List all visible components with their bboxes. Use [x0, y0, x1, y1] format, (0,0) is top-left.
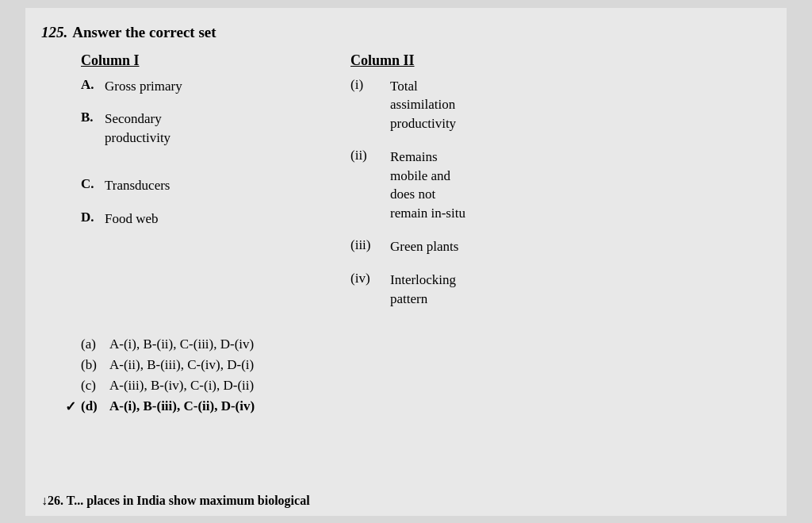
col1-text-D: Food web: [105, 210, 159, 229]
col2-numeral-iii: (iii): [350, 237, 390, 253]
option-c: (c) A-(iii), B-(iv), C-(i), D-(ii): [81, 378, 763, 394]
option-c-text: A-(iii), B-(iv), C-(i), D-(ii): [109, 378, 254, 394]
column-II: Column II (i) Totalassimilationproductiv…: [350, 52, 652, 323]
question-text: Answer the correct set: [72, 24, 216, 41]
question-number: 125.: [41, 24, 67, 41]
option-d-letter: (d): [81, 398, 109, 414]
columns-wrapper: Column I A. Gross primary B. Secondarypr…: [81, 52, 763, 323]
col1-text-B: Secondaryproductivity: [105, 110, 170, 148]
column-I: Column I A. Gross primary B. Secondarypr…: [81, 52, 350, 323]
col2-text-iv: Interlockingpattern: [390, 271, 456, 309]
col2-text-i: Totalassimilationproductivity: [390, 77, 456, 133]
option-a-text: A-(i), B-(ii), C-(iii), D-(iv): [109, 336, 254, 352]
column-II-header: Column II: [350, 52, 652, 69]
col1-row-A: A. Gross primary: [81, 77, 350, 96]
option-c-letter: (c): [81, 378, 109, 394]
option-d-text: A-(i), B-(iii), C-(ii), D-(iv): [109, 398, 255, 414]
column-I-header: Column I: [81, 52, 350, 69]
option-b-text: A-(ii), B-(iii), C-(iv), D-(i): [109, 357, 254, 373]
page: 125. Answer the correct set Column I A. …: [25, 8, 787, 516]
next-question-partial: ↓26. T... places in India show maximum b…: [41, 494, 310, 507]
col2-numeral-i: (i): [350, 77, 390, 93]
question-header: 125. Answer the correct set: [41, 24, 763, 41]
col2-numeral-iv: (iv): [350, 271, 390, 286]
col1-letter-C: C.: [81, 176, 105, 192]
question-container: 125. Answer the correct set Column I A. …: [41, 24, 763, 420]
col2-row-iv: (iv) Interlockingpattern: [350, 271, 652, 309]
col1-letter-D: D.: [81, 210, 105, 225]
col2-numeral-ii: (ii): [350, 148, 390, 163]
col1-text-A: Gross primary: [105, 77, 182, 96]
option-b: (b) A-(ii), B-(iii), C-(iv), D-(i): [81, 357, 763, 373]
col1-text-C: Transducers: [105, 176, 170, 195]
col2-text-iii: Green plants: [390, 237, 458, 256]
option-a-letter: (a): [81, 336, 109, 352]
option-d: ✓ (d) A-(i), B-(iii), C-(ii), D-(iv): [81, 398, 763, 414]
col1-row-C: C. Transducers: [81, 176, 350, 195]
col1-row-B: B. Secondaryproductivity: [81, 110, 350, 148]
col1-row-D: D. Food web: [81, 210, 350, 229]
selected-indicator: ✓: [65, 398, 76, 415]
bottom-partial-text: ↓26. T... places in India show maximum b…: [41, 494, 310, 508]
col1-letter-A: A.: [81, 77, 105, 93]
col1-letter-B: B.: [81, 110, 105, 125]
col2-row-i: (i) Totalassimilationproductivity: [350, 77, 652, 133]
option-b-letter: (b): [81, 357, 109, 373]
col2-row-ii: (ii) Remainsmobile anddoes notremain in-…: [350, 148, 652, 223]
col2-text-ii: Remainsmobile anddoes notremain in-situ: [390, 148, 465, 223]
option-a: (a) A-(i), B-(ii), C-(iii), D-(iv): [81, 336, 763, 352]
col2-row-iii: (iii) Green plants: [350, 237, 652, 256]
options-section: (a) A-(i), B-(ii), C-(iii), D-(iv) (b) A…: [81, 336, 763, 419]
